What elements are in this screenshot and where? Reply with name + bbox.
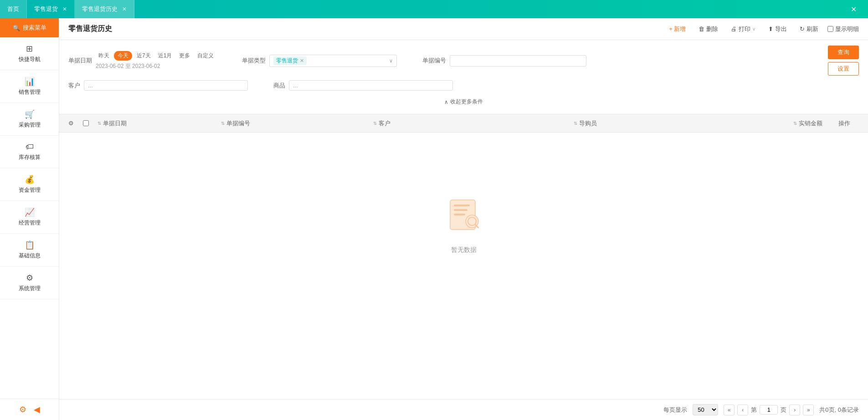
select-all-checkbox[interactable]	[83, 120, 89, 126]
print-arrow: ∨	[752, 26, 755, 31]
show-detail-group: 显示明细	[827, 25, 859, 33]
th-action-label: 操作	[838, 119, 850, 128]
sidebar-settings-icon[interactable]: ⚙	[19, 405, 26, 415]
sidebar-item-sales[interactable]: 📊 销售管理	[0, 70, 59, 103]
sidebar-item-inventory[interactable]: 🏷 库存核算	[0, 136, 59, 168]
collapse-button[interactable]: ∧ 收起更多条件	[437, 95, 490, 108]
sidebar-item-system[interactable]: ⚙ 系统管理	[0, 266, 59, 299]
th-guide-sort-icon: ⇅	[574, 121, 577, 126]
th-guide[interactable]: ⇅ 导购员	[570, 119, 722, 128]
date-btn-yesterday[interactable]: 昨天	[96, 51, 112, 61]
th-guide-label: 导购员	[579, 119, 597, 128]
doc-type-select[interactable]: 零售退货 ✕ ∨	[269, 55, 397, 67]
show-detail-checkbox[interactable]	[827, 26, 833, 32]
sales-icon: 📊	[25, 77, 35, 87]
page-input[interactable]	[760, 405, 778, 415]
sidebar-item-purchase-label: 采购管理	[19, 121, 41, 129]
last-page-button[interactable]: »	[803, 405, 814, 415]
doc-type-tag: 零售退货 ✕	[273, 56, 307, 65]
sidebar-item-finance-label: 资金管理	[19, 186, 41, 194]
doc-type-label: 单据类型	[242, 56, 266, 65]
page-unit: 页	[781, 406, 786, 414]
sidebar-item-quick-nav-label: 快捷导航	[19, 56, 41, 63]
first-page-button[interactable]: «	[724, 405, 734, 415]
delete-button[interactable]: 🗑 删除	[695, 23, 722, 35]
doc-type-tag-close[interactable]: ✕	[300, 58, 304, 64]
collapse-label: 收起更多条件	[450, 98, 483, 106]
export-button[interactable]: ⬆ 导出	[765, 23, 791, 35]
date-btn-today[interactable]: 今天	[114, 51, 132, 61]
th-customer-label: 客户	[379, 119, 390, 128]
table-footer: 每页显示 50 10 20 100 « ‹ 第 页 › » 共0页, 0条记录	[59, 399, 868, 420]
doc-type-filter-group: 单据类型 零售退货 ✕ ∨	[242, 55, 397, 67]
customer-select[interactable]: ...	[84, 80, 248, 91]
content-area: 零售退货历史 + 新增 🗑 删除 🖨 🖨 打印 打印 ∨ ⬆ 导出 ↻ 刷新	[59, 18, 868, 420]
tab-retail-return-close[interactable]: ✕	[62, 6, 67, 12]
tab-retail-return-label: 零售退货	[34, 5, 58, 13]
doc-no-input[interactable]	[450, 55, 586, 67]
sidebar-item-purchase[interactable]: 🛒 采购管理	[0, 103, 59, 136]
customer-label: 客户	[68, 82, 80, 90]
total-text: 共0页, 0条记录	[819, 406, 859, 414]
operation-icon: 📈	[25, 207, 35, 217]
filter-area: 单据日期 昨天 今天 近7天 近1月 更多 自定义 2023-06-02 至 2…	[59, 40, 868, 114]
print-button[interactable]: 🖨 🖨 打印 打印 ∨	[727, 23, 759, 35]
page-size-select[interactable]: 50 10 20 100	[693, 404, 718, 415]
page-size-label: 每页显示	[663, 406, 687, 414]
query-button-group: 查询 设置	[828, 46, 859, 76]
sidebar-item-basic-label: 基础信息	[19, 252, 41, 260]
table-area: ⚙ ⇅ 单据日期 ⇅ 单据编号 ⇅ 客户 ⇅	[59, 114, 868, 399]
customer-filter-group: 客户 ...	[68, 80, 248, 91]
tab-retail-return-history-label: 零售退货历史	[82, 5, 118, 13]
sidebar-item-finance[interactable]: 💰 资金管理	[0, 168, 59, 201]
sidebar-item-operation[interactable]: 📈 经营管理	[0, 201, 59, 234]
refresh-button[interactable]: ↻ 刷新	[796, 23, 822, 35]
filter-settings-button[interactable]: 设置	[828, 62, 859, 76]
sidebar-item-quick-nav[interactable]: ⊞ 快捷导航	[0, 37, 59, 70]
window-close-button[interactable]: ✕	[846, 2, 861, 16]
sidebar-search[interactable]: 🔍 搜索菜单	[0, 18, 59, 37]
tab-home[interactable]: 首页	[0, 0, 27, 18]
date-btn-1month[interactable]: 近1月	[155, 51, 175, 61]
date-btn-more[interactable]: 更多	[176, 51, 193, 61]
new-button[interactable]: + 新增	[665, 23, 689, 35]
filter-row-2: 客户 ... 商品 ...	[68, 80, 859, 91]
th-checkbox[interactable]	[79, 120, 94, 126]
table-header: ⚙ ⇅ 单据日期 ⇅ 单据编号 ⇅ 客户 ⇅	[59, 114, 868, 133]
th-date[interactable]: ⇅ 单据日期	[94, 119, 217, 128]
th-amount[interactable]: ⇅ 实销金额	[722, 119, 826, 128]
query-button[interactable]: 查询	[828, 46, 859, 59]
tab-retail-return-history-close[interactable]: ✕	[122, 6, 127, 12]
goods-select[interactable]: ...	[289, 80, 453, 91]
date-btn-7days[interactable]: 近7天	[134, 51, 154, 61]
next-page-button[interactable]: ›	[789, 405, 800, 415]
empty-icon	[441, 193, 487, 239]
topbar-right: ✕	[846, 2, 868, 16]
date-range-display: 2023-06-02 至 2023-06-02	[96, 62, 216, 70]
svg-rect-1	[454, 205, 470, 206]
th-docno-sort-icon: ⇅	[221, 121, 225, 126]
th-settings[interactable]: ⚙	[65, 120, 79, 127]
date-filter-controls: 昨天 今天 近7天 近1月 更多 自定义 2023-06-02 至 2023-0…	[96, 51, 216, 70]
prev-page-button[interactable]: ‹	[737, 405, 748, 415]
date-filter-label: 单据日期	[68, 56, 92, 65]
sidebar-collapse-icon[interactable]: ◀	[34, 405, 40, 415]
doc-no-label: 单据编号	[422, 56, 446, 65]
tab-retail-return[interactable]: 零售退货 ✕	[27, 0, 75, 18]
quick-nav-icon: ⊞	[26, 44, 33, 54]
date-shortcuts: 昨天 今天 近7天 近1月 更多 自定义	[96, 51, 216, 61]
doc-type-tag-label: 零售退货	[276, 57, 298, 65]
date-btn-custom[interactable]: 自定义	[195, 51, 216, 61]
th-action: 操作	[826, 119, 863, 128]
tab-retail-return-history[interactable]: 零售退货历史 ✕	[75, 0, 134, 18]
system-icon: ⚙	[26, 273, 33, 283]
empty-state: 暂无数据	[59, 133, 868, 315]
print-icon: 🖨	[731, 26, 737, 32]
th-customer[interactable]: ⇅ 客户	[370, 119, 570, 128]
basic-icon: 📋	[25, 240, 35, 250]
sidebar-item-operation-label: 经营管理	[19, 219, 41, 227]
th-docno[interactable]: ⇅ 单据编号	[217, 119, 370, 128]
finance-icon: 💰	[25, 174, 35, 184]
sidebar-item-basic[interactable]: 📋 基础信息	[0, 234, 59, 266]
sidebar-item-system-label: 系统管理	[19, 285, 41, 292]
